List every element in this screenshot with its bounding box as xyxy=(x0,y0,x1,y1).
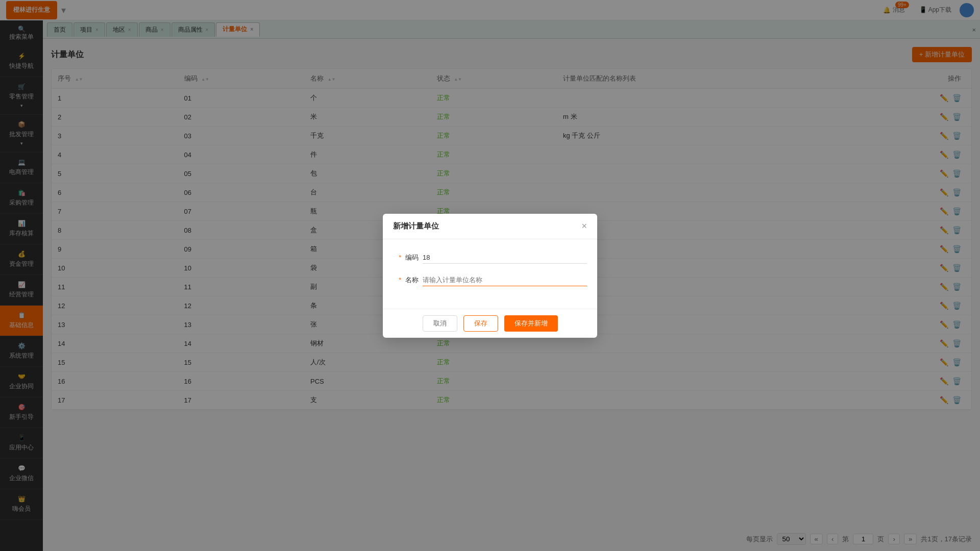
name-input[interactable] xyxy=(423,274,587,286)
code-field-row: * 编码 xyxy=(393,252,587,264)
name-field-row: * 名称 xyxy=(393,274,587,286)
modal-title: 新增计量单位 xyxy=(393,221,439,231)
add-unit-modal: 新增计量单位 × * 编码 * 名称 取消 保存 保存并新增 xyxy=(383,214,597,338)
modal-close-button[interactable]: × xyxy=(581,221,587,232)
modal-body: * 编码 * 名称 xyxy=(383,239,597,309)
save-new-button[interactable]: 保存并新增 xyxy=(504,315,558,332)
cancel-button[interactable]: 取消 xyxy=(423,315,457,332)
name-label: * 名称 xyxy=(393,276,419,285)
code-label: * 编码 xyxy=(393,253,419,262)
save-button[interactable]: 保存 xyxy=(463,315,498,332)
modal-footer: 取消 保存 保存并新增 xyxy=(383,309,597,338)
modal-header: 新增计量单位 × xyxy=(383,214,597,239)
modal-overlay: 新增计量单位 × * 编码 * 名称 取消 保存 保存并新增 xyxy=(0,0,980,551)
code-input[interactable] xyxy=(423,252,587,264)
